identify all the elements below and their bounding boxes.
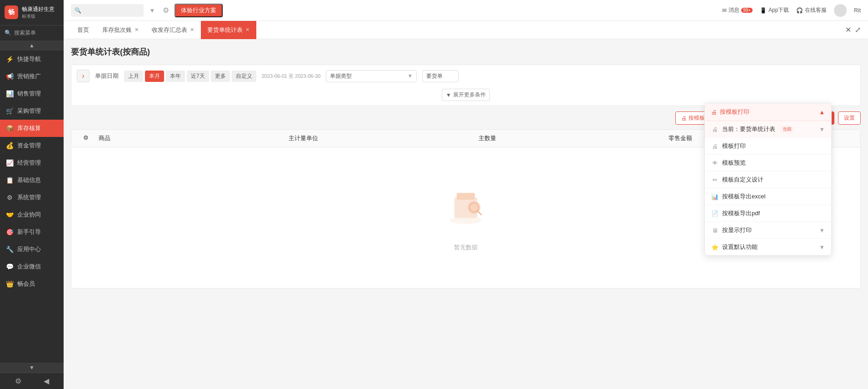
dropdown-template-export-excel[interactable]: 📊 按模板导出excel	[705, 188, 831, 205]
order-flag-input[interactable]: 要货单	[422, 70, 459, 82]
tab-batch-account-label: 库存批次账	[102, 26, 132, 34]
printer-header-icon: 🖨	[711, 109, 717, 116]
date-btn-7days[interactable]: 近7天	[187, 71, 209, 82]
filter-expand-btn[interactable]: ›	[77, 70, 90, 82]
sidebar-item-purchase[interactable]: 🛒 采购管理	[0, 102, 64, 120]
dropdown-template-print[interactable]: 🖨 模板打印	[705, 138, 831, 155]
page-title: 要货单统计表(按商品)	[71, 46, 861, 57]
tab-collection-summary[interactable]: 收发存汇总表 ✕	[145, 21, 201, 39]
template-print-label: 模板打印	[722, 142, 746, 150]
order-type-label: 单据类型	[330, 72, 352, 80]
tab-batch-account[interactable]: 库存批次账 ✕	[96, 21, 145, 39]
sidebar-item-basic[interactable]: 📋 基础信息	[0, 172, 64, 189]
sidebar-item-label: 基础信息	[17, 176, 41, 184]
customer-service-label: 在线客服	[805, 6, 827, 14]
tabbar-controls: ✕ ⤢	[845, 25, 861, 34]
guide-icon: 🎯	[5, 228, 14, 236]
current-item-label: 当前：要货单统计表	[722, 125, 775, 133]
topbar-search[interactable]: 🔍	[71, 4, 144, 17]
dropdown-current-item[interactable]: 🖨 当前：要货单统计表 当前 ▼	[705, 121, 831, 138]
order-type-select[interactable]: 单据类型 ▼	[326, 70, 417, 82]
date-btn-this-year[interactable]: 本年	[166, 71, 185, 82]
tab-expand-icon[interactable]: ⤢	[855, 25, 861, 34]
sidebar-search[interactable]: 🔍 搜索菜单	[0, 25, 64, 40]
dropdown-header: 🖨 按模板打印 ▲	[705, 103, 831, 121]
date-btn-more[interactable]: 更多	[211, 71, 230, 82]
sidebar-item-guide[interactable]: 🎯 新手引导	[0, 223, 64, 241]
marketing-icon: 📢	[5, 73, 14, 80]
dropdown-collapse-icon[interactable]: ▲	[819, 109, 825, 116]
print-dropdown-menu: 🖨 按模板打印 ▲ 🖨 当前：要货单统计表 当前 ▼ 🖨 模板打印 👁 模板预览	[704, 103, 832, 256]
settings-btn[interactable]: 设置	[838, 111, 861, 125]
inventory-icon: 📦	[5, 125, 14, 132]
tab-home[interactable]: 首页	[71, 21, 96, 39]
username-label: Rit	[854, 7, 861, 14]
date-btn-last-month[interactable]: 上月	[124, 71, 143, 82]
purchase-icon: 🛒	[5, 107, 14, 115]
sidebar-item-sales[interactable]: 📊 销售管理	[0, 85, 64, 102]
export-excel-icon: 📊	[711, 193, 718, 200]
sidebar-item-label: 经营管理	[17, 159, 41, 167]
sidebar: 畅 畅康通好生意 标准版 🔍 搜索菜单 ▲ ⚡ 快捷导航 📢 营销推广 📊 销售…	[0, 0, 64, 389]
sidebar-item-collab[interactable]: 🤝 企业协同	[0, 206, 64, 223]
default-function-label: 设置默认功能	[722, 243, 758, 251]
dropdown-default-function[interactable]: ⭐ 设置默认功能 ▼	[705, 239, 831, 255]
sidebar-item-inventory[interactable]: 📦 库存核算	[0, 120, 64, 137]
app-download-icon: 📱	[760, 7, 767, 14]
sidebar-item-label: 企业微信	[17, 263, 41, 271]
messages-badge: 99+	[741, 8, 753, 13]
sidebar-item-system[interactable]: ⚙ 系统管理	[0, 189, 64, 206]
sidebar-nav: ⚡ 快捷导航 📢 营销推广 📊 销售管理 🛒 采购管理 📦 库存核算 💰 资金管…	[0, 51, 64, 363]
tab-order-stats-label: 要货单统计表	[207, 26, 243, 34]
sidebar-item-wechat[interactable]: 💬 企业微信	[0, 258, 64, 275]
dropdown-template-design[interactable]: ✏ 模板自定义设计	[705, 172, 831, 188]
export-pdf-icon: 📄	[711, 210, 718, 217]
topbar-gear-icon[interactable]: ⚙	[163, 6, 169, 15]
dropdown-template-export-pdf[interactable]: 📄 按模板导出pdf	[705, 205, 831, 222]
sidebar-item-marketing[interactable]: 📢 营销推广	[0, 68, 64, 85]
tab-collection-summary-label: 收发存汇总表	[152, 26, 187, 34]
finance-icon: 💰	[5, 142, 14, 149]
sidebar-item-apps[interactable]: 🔧 应用中心	[0, 241, 64, 258]
sidebar-item-quick-nav[interactable]: ⚡ 快捷导航	[0, 51, 64, 68]
date-btn-this-month[interactable]: 本月	[145, 71, 164, 82]
dropdown-template-preview[interactable]: 👁 模板预览	[705, 155, 831, 172]
search-label: 搜索菜单	[14, 29, 36, 37]
sidebar-item-finance[interactable]: 💰 资金管理	[0, 137, 64, 154]
tab-close-icon[interactable]: ✕	[845, 25, 851, 34]
sidebar-item-label: 营销推广	[17, 72, 41, 81]
sidebar-scroll-up[interactable]: ▲	[0, 40, 64, 51]
sidebar-item-member[interactable]: 👑 畅会员	[0, 275, 64, 293]
expand-conditions-btn[interactable]: ▼ 展开更多条件	[442, 89, 490, 101]
topbar-actions: ✉ 消息 99+ 📱 App下载 🎧 在线客服 Rit	[722, 4, 861, 17]
sidebar-logo: 畅 畅康通好生意 标准版	[0, 0, 64, 25]
date-filter-label: 单据日期	[95, 72, 119, 80]
sidebar-collapse-icon[interactable]: ◀	[44, 377, 49, 385]
app-download-action[interactable]: 📱 App下载	[760, 6, 789, 14]
messages-action[interactable]: ✉ 消息 99+	[722, 6, 753, 14]
th-settings[interactable]: ⚙	[77, 130, 95, 147]
template-design-icon: ✏	[711, 177, 718, 183]
logo-text: 畅康通好生意	[22, 5, 55, 13]
messages-label: 消息	[728, 6, 739, 14]
tab-batch-account-close[interactable]: ✕	[135, 27, 139, 33]
order-flag-label: 要货单	[426, 72, 443, 80]
member-icon: 👑	[5, 280, 14, 288]
sidebar-item-operations[interactable]: 📈 经营管理	[0, 154, 64, 172]
topbar-dropdown-icon[interactable]: ▼	[149, 7, 155, 14]
basic-icon: 📋	[5, 177, 14, 184]
customer-service-action[interactable]: 🎧 在线客服	[796, 6, 827, 14]
sidebar-settings-icon[interactable]: ⚙	[15, 377, 21, 385]
dropdown-display-print[interactable]: 🖥 按显示打印 ▼	[705, 222, 831, 239]
svg-line-5	[478, 211, 481, 215]
app-download-label: App下载	[768, 6, 789, 14]
tab-order-stats[interactable]: 要货单统计表 ✕	[201, 21, 256, 39]
tab-order-stats-close[interactable]: ✕	[245, 27, 249, 33]
date-btn-custom[interactable]: 自定义	[232, 71, 256, 82]
trial-button[interactable]: 体验行业方案	[175, 4, 223, 17]
empty-text: 暂无数据	[454, 243, 478, 252]
user-avatar[interactable]	[834, 4, 847, 17]
sidebar-scroll-down[interactable]: ▼	[0, 363, 64, 373]
th-unit: 主计量单位	[285, 130, 475, 147]
tab-collection-summary-close[interactable]: ✕	[190, 27, 194, 33]
